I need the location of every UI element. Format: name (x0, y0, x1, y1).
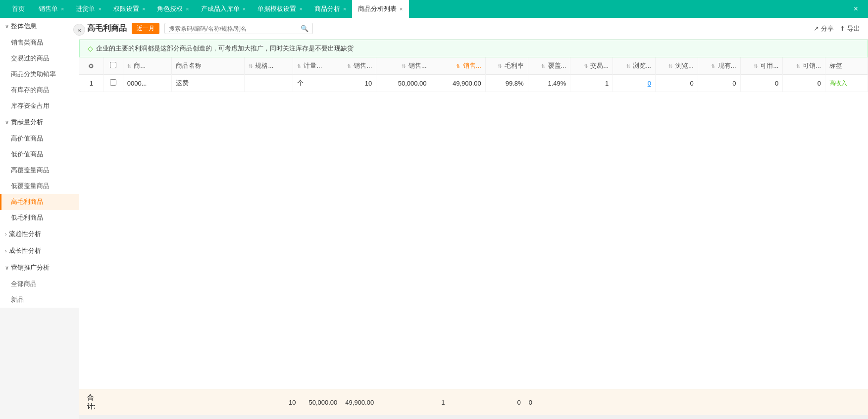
sidebar: ∨ 整体信息 销售类商品 交易过的商品 商品分类助销率 有库存的商品 库存资金占… (0, 18, 79, 308)
nav-role-auth[interactable]: 角色授权 × (151, 0, 195, 18)
footer-sale-profit: 49,900.00 (341, 399, 378, 406)
export-icon: ⬆ (840, 25, 845, 32)
footer-cells: 10 50,000.00 49,900.00 1 0 0 (121, 399, 860, 406)
sidebar-group-overall-info[interactable]: ∨ 整体信息 (0, 18, 79, 35)
sort-icon-13: ⇅ (754, 63, 758, 69)
nav-permission-setting-close[interactable]: × (142, 6, 145, 12)
col-header-unit[interactable]: ⇅ 计量... (293, 57, 334, 75)
col-header-current-stock[interactable]: ⇅ 现有... (698, 57, 740, 75)
col-header-trade-count[interactable]: ⇅ 交易... (570, 57, 613, 75)
nav-sales-order[interactable]: 销售单 × (33, 0, 70, 18)
sort-icon-9: ⇅ (584, 63, 588, 69)
col-header-check[interactable] (103, 57, 123, 75)
sort-icon-12: ⇅ (711, 63, 715, 69)
bottom-scrollbar[interactable] (79, 415, 868, 419)
table-row: 1 0000... 运费 个 10 50,000.00 49,900.00 99… (79, 75, 868, 92)
nav-product-analysis[interactable]: 商品分析 × (308, 0, 352, 18)
sidebar-item-high-value[interactable]: 高价值商品 (0, 131, 79, 146)
sidebar-item-traded-goods[interactable]: 交易过的商品 (0, 50, 79, 66)
sidebar-item-low-value[interactable]: 低价值商品 (0, 146, 79, 162)
share-button[interactable]: ↗ 分享 (814, 24, 834, 33)
tag-high-income: 高收入 (829, 80, 847, 87)
col-header-code[interactable]: ⇅ 商... (123, 57, 171, 75)
col-header-avail-stock[interactable]: ⇅ 可用... (740, 57, 783, 75)
cell-code: 0000... (123, 75, 171, 92)
sidebar-item-low-coverage[interactable]: 低覆盖量商品 (0, 178, 79, 194)
window-close-button[interactable]: × (848, 4, 864, 13)
sidebar-group-trend[interactable]: › 流趋性分析 (0, 226, 79, 242)
sidebar-item-stocked-goods[interactable]: 有库存的商品 (0, 82, 79, 98)
nav-product-analysis-list-close[interactable]: × (400, 6, 403, 12)
alert-text: 企业的主要的利润都是这部分商品创造的，可考虑加大推广，同时关注库存是不要出现缺货 (96, 44, 354, 53)
sidebar-wrapper: ∨ 整体信息 销售类商品 交易过的商品 商品分类助销率 有库存的商品 库存资金占… (0, 18, 79, 419)
table-footer: 合计: 10 50,000.00 49,900.00 1 0 0 (79, 389, 868, 415)
nav-product-warehouse[interactable]: 产成品入库单 × (195, 0, 252, 18)
sort-icon-8: ⇅ (541, 63, 545, 69)
nav-template-setting[interactable]: 单据模板设置 × (252, 0, 308, 18)
sidebar-collapse-button[interactable]: « (73, 24, 85, 36)
sidebar-item-new-goods[interactable]: 新品 (0, 292, 79, 308)
col-header-qty[interactable]: ⇅ 销售... (334, 57, 376, 75)
col-header-spec[interactable]: ⇅ 规格... (244, 57, 293, 75)
nav-purchase-order-close[interactable]: × (98, 6, 101, 12)
cell-qty: 10 (334, 75, 376, 92)
nav-role-auth-close[interactable]: × (186, 6, 189, 12)
footer-sale-amount: 50,000.00 (305, 399, 341, 406)
col-header-tag[interactable]: 标签 (825, 57, 868, 75)
nav-product-analysis-list[interactable]: 商品分析列表 × (352, 0, 408, 18)
arrow-icon-2: ∨ (5, 119, 9, 126)
search-icon[interactable]: 🔍 (301, 25, 308, 32)
col-header-cover-rate[interactable]: ⇅ 覆盖... (528, 57, 570, 75)
col-header-gross-rate[interactable]: ⇅ 毛利率 (485, 57, 528, 75)
footer-label: 合计: (87, 393, 102, 411)
alert-banner: ◇ 企业的主要的利润都是这部分商品创造的，可考虑加大推广，同时关注库存是不要出现… (79, 40, 868, 57)
nav-home[interactable]: 首页 (4, 0, 33, 18)
sidebar-item-category-rate[interactable]: 商品分类助销率 (0, 66, 79, 82)
sidebar-group-contribution[interactable]: ∨ 贡献量分析 (0, 114, 79, 131)
sidebar-item-sales-goods[interactable]: 销售类商品 (0, 35, 79, 50)
nav-purchase-order[interactable]: 进货单 × (70, 0, 107, 18)
sidebar-item-high-coverage[interactable]: 高覆盖量商品 (0, 162, 79, 178)
nav-product-warehouse-close[interactable]: × (243, 6, 246, 12)
nav-template-setting-close[interactable]: × (299, 6, 302, 12)
row-checkbox[interactable] (110, 79, 116, 86)
share-icon: ↗ (814, 25, 819, 32)
nav-sales-order-close[interactable]: × (61, 6, 64, 12)
arrow-icon-5: ∨ (5, 265, 9, 271)
settings-icon[interactable]: ⚙ (88, 62, 94, 70)
product-table: ⚙ ⇅ 商... 商品名称 ⇅ (79, 57, 868, 92)
select-all-checkbox[interactable] (110, 62, 116, 68)
nav-product-analysis-close[interactable]: × (343, 6, 346, 12)
search-input[interactable] (169, 25, 301, 32)
arrow-icon: ∨ (5, 23, 9, 30)
content-area: 高毛利商品 近一月 🔍 ↗ 分享 ⬆ 导出 ◇ 企业的主要的利润都是这部分商品创… (79, 18, 868, 419)
sidebar-item-high-margin[interactable]: 高毛利商品 (0, 194, 79, 210)
footer-trade-count: 1 (437, 399, 449, 406)
search-box[interactable]: 🔍 (164, 23, 313, 34)
cell-tag: 高收入 (825, 75, 868, 92)
cell-trade-count: 1 (570, 75, 613, 92)
sidebar-item-low-margin[interactable]: 低毛利商品 (0, 210, 79, 226)
col-header-sale-profit[interactable]: ⇅ 销售... (431, 57, 485, 75)
period-button[interactable]: 近一月 (132, 23, 159, 34)
sidebar-group-marketing[interactable]: ∨ 营销推广分析 (0, 259, 79, 276)
arrow-icon-4: › (5, 248, 7, 254)
cell-browse-count1[interactable]: 0 (613, 75, 656, 92)
sidebar-item-all-goods[interactable]: 全部商品 (0, 276, 79, 292)
cell-browse-count2: 0 (655, 75, 698, 92)
col-header-name[interactable]: 商品名称 (171, 57, 244, 75)
sidebar-group-growth[interactable]: › 成长性分析 (0, 242, 79, 259)
footer-browse-count2: 0 (513, 399, 524, 406)
table-header-row: ⚙ ⇅ 商... 商品名称 ⇅ (79, 57, 868, 75)
sort-icon-10: ⇅ (626, 63, 630, 69)
export-button[interactable]: ⬆ 导出 (840, 24, 860, 33)
col-header-sale-amount[interactable]: ⇅ 销售... (376, 57, 431, 75)
col-header-sale-stock[interactable]: ⇅ 可销... (783, 57, 825, 75)
sidebar-item-stock-capital[interactable]: 库存资金占用 (0, 98, 79, 114)
top-navigation: 首页 销售单 × 进货单 × 权限设置 × 角色授权 × 产成品入库单 × 单据… (0, 0, 868, 18)
col-header-browse-count1[interactable]: ⇅ 浏览... (613, 57, 656, 75)
col-header-browse-count2[interactable]: ⇅ 浏览... (655, 57, 698, 75)
cell-check[interactable] (103, 75, 123, 92)
nav-permission-setting[interactable]: 权限设置 × (107, 0, 151, 18)
sort-icon-7: ⇅ (498, 63, 502, 69)
